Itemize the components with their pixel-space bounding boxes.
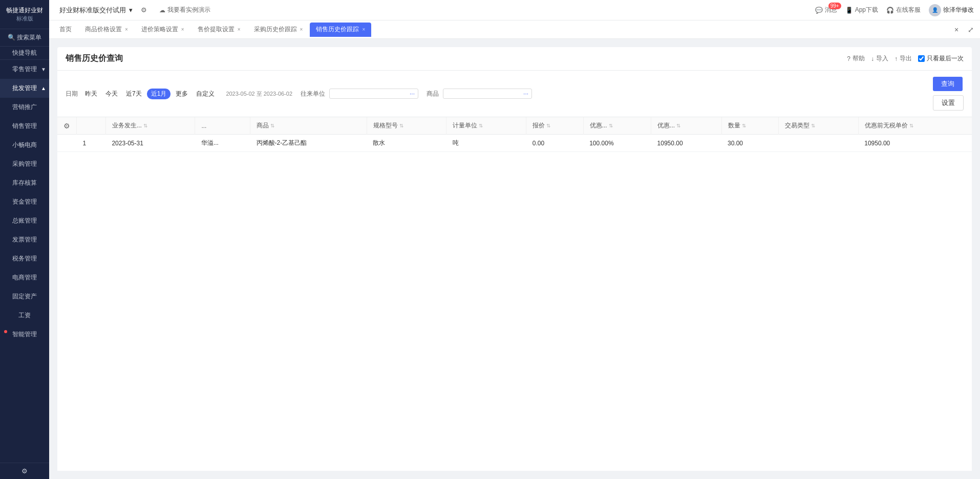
- tab-label: 售价提取设置: [198, 25, 235, 34]
- tab-sale-price-extract[interactable]: 售价提取设置 ×: [191, 23, 247, 37]
- sidebar-item-wholesale[interactable]: 批发管理 ▲: [0, 79, 49, 98]
- from-unit-more-btn[interactable]: ···: [410, 90, 415, 97]
- date-more[interactable]: 更多: [173, 89, 191, 99]
- last-only-checkbox[interactable]: [918, 55, 925, 62]
- export-link[interactable]: ↑ 导出: [894, 54, 912, 63]
- sidebar-item-tax[interactable]: 税务管理: [0, 249, 49, 268]
- pretax-price-col-header[interactable]: 优惠前无税单价 ⇅: [865, 121, 966, 130]
- sidebar-search[interactable]: 🔍 搜索菜单: [0, 29, 49, 47]
- sort-icon[interactable]: ⇅: [479, 123, 483, 128]
- date-yesterday[interactable]: 昨天: [82, 89, 100, 99]
- demo-label: 我要看实例演示: [167, 6, 210, 14]
- setting-button[interactable]: 设置: [933, 95, 964, 111]
- tab-price-settings[interactable]: 商品价格设置 ×: [79, 23, 134, 37]
- sidebar-item-retail[interactable]: 零售管理 ▼: [0, 60, 49, 79]
- page-header: 销售历史价查询 ? 帮助 ↓ 导入 ↑ 导出 只看最后一次: [57, 47, 972, 71]
- sidebar-item-label: 智能管理: [12, 330, 37, 339]
- biz-date-col-header[interactable]: 业务发生... ⇅: [112, 121, 188, 130]
- sidebar-quick-nav[interactable]: 快捷导航: [0, 47, 49, 60]
- cloud-icon: ☁: [159, 7, 165, 14]
- window-maximize-button[interactable]: ⤢: [966, 25, 976, 35]
- headset-icon: 🎧: [886, 7, 894, 14]
- help-link[interactable]: ? 帮助: [847, 54, 865, 63]
- tab-sales-history[interactable]: 销售历史价跟踪 ×: [310, 23, 371, 37]
- sidebar-item-ledger[interactable]: 总账管理: [0, 211, 49, 230]
- spec-col-header[interactable]: 规格型号 ⇅: [373, 121, 440, 130]
- col-price-label: 报价: [532, 121, 545, 130]
- sort-icon[interactable]: ⇅: [143, 123, 147, 128]
- sidebar-settings[interactable]: ⚙: [0, 463, 49, 479]
- online-service-button[interactable]: 🎧 在线客服: [886, 6, 921, 14]
- sort-icon[interactable]: ⇅: [811, 123, 815, 128]
- tab-close-icon[interactable]: ×: [238, 27, 241, 32]
- date-custom[interactable]: 自定义: [193, 89, 218, 99]
- sort-icon[interactable]: ⇅: [399, 123, 403, 128]
- tab-price-strategy[interactable]: 进价策略设置 ×: [135, 23, 190, 37]
- more-col-header[interactable]: ...: [201, 122, 244, 129]
- discount2-col-header[interactable]: 优惠... ⇅: [657, 121, 715, 130]
- logo-sub: 标准版: [4, 15, 45, 23]
- sidebar-item-label: 总账管理: [12, 216, 37, 225]
- window-controls: × ⤢: [951, 25, 976, 35]
- tab-close-icon[interactable]: ×: [362, 27, 365, 32]
- sort-icon[interactable]: ⇅: [546, 123, 550, 128]
- data-table: ⚙ 业务发生... ⇅ ...: [57, 117, 972, 152]
- user-menu-button[interactable]: 👤 徐泽华修改: [929, 4, 974, 16]
- sidebar-item-sales[interactable]: 销售管理: [0, 117, 49, 136]
- from-unit-input[interactable]: [333, 90, 410, 97]
- cell-unit: 吨: [446, 135, 526, 152]
- import-link[interactable]: ↓ 导入: [871, 54, 888, 63]
- sidebar-item-inventory[interactable]: 库存核算: [0, 173, 49, 192]
- sidebar-item-invoice[interactable]: 发票管理: [0, 230, 49, 249]
- tab-close-icon[interactable]: ×: [181, 27, 184, 32]
- window-close-button[interactable]: ×: [951, 25, 962, 35]
- demo-link[interactable]: ☁ 我要看实例演示: [159, 6, 210, 14]
- product-col-header[interactable]: 商品 ⇅: [257, 121, 360, 130]
- app-selector[interactable]: 好业财标准版交付试用 ▾: [55, 4, 137, 17]
- tab-close-icon[interactable]: ×: [300, 27, 303, 32]
- user-name: 徐泽华修改: [943, 6, 974, 14]
- product-input[interactable]: [446, 90, 523, 97]
- date-today[interactable]: 今天: [102, 89, 121, 99]
- column-settings-icon[interactable]: ⚙: [63, 122, 70, 130]
- query-button[interactable]: 查询: [933, 77, 963, 91]
- topbar-settings-button[interactable]: ⚙: [137, 3, 151, 17]
- sidebar-item-smart[interactable]: 智能管理: [0, 325, 49, 344]
- sort-icon[interactable]: ⇅: [909, 123, 913, 128]
- tab-home-label: 首页: [59, 25, 72, 34]
- messages-button[interactable]: 💬 消息 99+: [815, 6, 837, 14]
- unit-col-header[interactable]: 计量单位 ⇅: [453, 121, 520, 130]
- price-col-header[interactable]: 报价 ⇅: [532, 121, 577, 130]
- date-range-display: 2023-05-02 至 2023-06-02: [226, 90, 292, 98]
- last-only-checkbox-label[interactable]: 只看最后一次: [918, 54, 964, 63]
- app-download-button[interactable]: 📱 App下载: [845, 6, 878, 14]
- col-quantity-label: 数量: [728, 121, 740, 130]
- sidebar-item-assets[interactable]: 固定资产: [0, 287, 49, 306]
- sidebar-item-capital[interactable]: 资金管理: [0, 192, 49, 211]
- sort-icon[interactable]: ⇅: [270, 123, 274, 128]
- sidebar-item-label: 库存核算: [12, 179, 37, 187]
- sidebar-item-purchase[interactable]: 采购管理: [0, 155, 49, 173]
- sidebar-item-salary[interactable]: 工资: [0, 306, 49, 325]
- tab-close-icon[interactable]: ×: [125, 27, 128, 32]
- chevron-up-icon: ▲: [41, 85, 46, 91]
- date-last1m[interactable]: 近1月: [147, 89, 171, 99]
- tab-home[interactable]: 首页: [53, 23, 78, 37]
- date-last7[interactable]: 近7天: [123, 89, 145, 99]
- tab-purchase-history[interactable]: 采购历史价跟踪 ×: [248, 23, 309, 37]
- sidebar-item-ecom-small[interactable]: 小畅电商: [0, 136, 49, 155]
- col-spec-label: 规格型号: [373, 121, 398, 130]
- sidebar-item-ecom[interactable]: 电商管理: [0, 268, 49, 287]
- sort-icon[interactable]: ⇅: [609, 123, 613, 128]
- sort-icon[interactable]: ⇅: [676, 123, 680, 128]
- sidebar-item-label: 零售管理: [12, 65, 37, 74]
- sidebar-item-label: 小畅电商: [12, 141, 37, 149]
- discount1-col-header[interactable]: 优惠... ⇅: [590, 121, 645, 130]
- sidebar-item-marketing[interactable]: 营销推广: [0, 98, 49, 117]
- quantity-col-header[interactable]: 数量 ⇅: [728, 121, 772, 130]
- product-more-btn[interactable]: ···: [523, 90, 528, 97]
- tx-type-col-header[interactable]: 交易类型 ⇅: [785, 121, 852, 130]
- app-selector-label: 好业财标准版交付试用: [59, 6, 126, 15]
- sort-icon[interactable]: ⇅: [742, 123, 746, 128]
- user-icon: 👤: [932, 7, 938, 13]
